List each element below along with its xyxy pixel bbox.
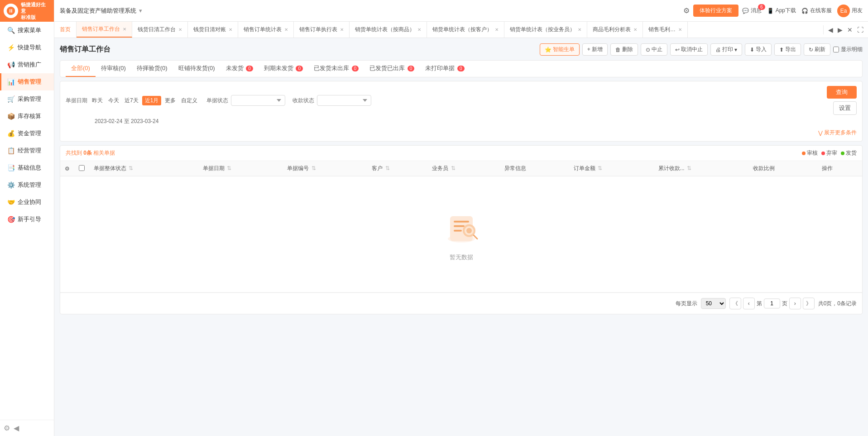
tab-nav-close[interactable]: ✕ (845, 25, 854, 34)
col-checkbox[interactable] (74, 161, 89, 176)
date-range-display: 2023-02-24 至 2023-03-24 (95, 118, 158, 125)
sidebar-item-guide[interactable]: 🎯 新手引导 (0, 211, 54, 228)
date-1month[interactable]: 近1月 (142, 96, 162, 105)
sort-icon-7[interactable]: ⇅ (687, 165, 691, 171)
guide-icon: 🎯 (7, 215, 15, 223)
message-action[interactable]: 💬 消息 6 (742, 7, 762, 14)
set-button[interactable]: 设置 (833, 101, 857, 115)
page-first-btn[interactable]: 《 (729, 298, 741, 309)
filter-tab-unshipped[interactable]: 未发货 0 (221, 61, 259, 77)
collapse-btn[interactable]: ◀ (14, 424, 19, 432)
tab-close-icon-4[interactable]: ✕ (284, 27, 288, 32)
tab-nav-next[interactable]: ▶ (836, 25, 844, 34)
expand-button[interactable]: ⋁ 展开更多条件 (818, 129, 857, 137)
tab-sales-stat[interactable]: 销售订单统计表 ✕ (238, 22, 294, 38)
tab-sales-customer[interactable]: 销货单统计表（按客户） ✕ (427, 22, 504, 38)
logo-text: 畅捷通好生意 标准版 (21, 1, 50, 21)
page-label: 第 (757, 300, 762, 308)
sidebar-item-purchase[interactable]: 🛒 采购管理 (0, 90, 54, 108)
filter-tab-pending-review[interactable]: 待审核(0) (96, 61, 131, 77)
col-settings[interactable]: ⚙ (60, 161, 74, 176)
filter-tab-shipped-not-out[interactable]: 已发货未出库 0 (308, 61, 364, 77)
tab-home[interactable]: 首页 (54, 22, 77, 38)
per-page-select[interactable]: 50 100 200 (701, 298, 726, 309)
tab-sales-staff[interactable]: 销货单统计表（按业务员） ✕ (504, 22, 587, 38)
date-custom[interactable]: 自定义 (179, 96, 199, 105)
sort-icon-0[interactable]: ⇅ (129, 165, 133, 171)
tab-close-icon-8[interactable]: ✕ (578, 27, 581, 32)
page-prev-btn[interactable]: ‹ (743, 298, 755, 309)
table-actions: 审核 弃审 发货 (802, 149, 857, 157)
display-detail-checkbox[interactable] (833, 47, 839, 52)
settings-icon[interactable]: ⚙ (683, 6, 690, 15)
sidebar-item-management[interactable]: 📋 经营管理 (0, 142, 54, 159)
tab-sales-workbench[interactable]: 销售订单工作台 ✕ (77, 22, 132, 38)
user-action[interactable]: Ea 用友 (837, 5, 863, 17)
import-button[interactable]: ⬇ 导入 (745, 43, 772, 56)
filter-tab-shipped-out[interactable]: 已发货已出库 0 (364, 61, 420, 77)
review-action[interactable]: 审核 (802, 149, 818, 157)
page-next-btn[interactable]: › (789, 298, 801, 309)
tab-nav-expand[interactable]: ⛶ (855, 25, 865, 34)
filter-tab-expired-ship[interactable]: 到期未发货 0 (259, 61, 308, 77)
tab-sales-product[interactable]: 销货单统计表（按商品） ✕ (350, 22, 427, 38)
cancel-review-action[interactable]: 弃审 (821, 149, 837, 157)
sort-icon-2[interactable]: ⇅ (312, 165, 316, 171)
tab-cash-clear[interactable]: 钱货日清工作台 ✕ (132, 22, 188, 38)
date-yesterday[interactable]: 昨天 (90, 96, 105, 105)
sort-icon-6[interactable]: ⇅ (598, 165, 602, 171)
solution-button[interactable]: 体验行业方案 (693, 5, 739, 17)
tab-close-icon-9[interactable]: ✕ (633, 27, 637, 32)
app-download-action[interactable]: 📱 App下载 (767, 7, 796, 14)
filter-tab-wangpu-ship[interactable]: 旺铺待发货(0) (173, 61, 221, 77)
sidebar-item-sales[interactable]: 📊 销售管理 (0, 73, 54, 90)
ship-action[interactable]: 发货 (841, 149, 857, 157)
page-last-btn[interactable]: 》 (803, 298, 815, 309)
select-all-checkbox[interactable] (79, 165, 85, 171)
sidebar-item-system[interactable]: ⚙️ 系统管理 (0, 176, 54, 194)
sidebar-item-quicknav[interactable]: ⚡ 快捷导航 (0, 39, 54, 56)
add-button[interactable]: + 新增 (582, 43, 608, 56)
sidebar: 畅捷通好生意 标准版 🔍 搜索菜单 ⚡ 快捷导航 📢 营销推广 📊 销售管理 🛒… (0, 0, 54, 436)
delete-button[interactable]: 🗑 删除 (610, 43, 638, 56)
tab-close-icon-6[interactable]: ✕ (417, 27, 421, 32)
sidebar-item-basic[interactable]: 📑 基础信息 (0, 159, 54, 176)
settings-bottom-btn[interactable]: ⚙ (4, 424, 10, 432)
online-service-action[interactable]: 🎧 在线客服 (801, 7, 832, 14)
sort-icon-3[interactable]: ⇅ (385, 165, 390, 171)
sidebar-item-finance[interactable]: 💰 资金管理 (0, 125, 54, 142)
filter-tab-unprinted[interactable]: 未打印单据 0 (420, 61, 470, 77)
export-button[interactable]: ⬆ 导出 (774, 43, 801, 56)
sidebar-item-inventory[interactable]: 📦 库存核算 (0, 108, 54, 125)
tab-close-icon[interactable]: ✕ (123, 27, 126, 32)
tab-close-icon-7[interactable]: ✕ (495, 27, 499, 32)
filter-tab-pending-verify[interactable]: 待择验货(0) (131, 61, 173, 77)
refresh-button[interactable]: ↻ 刷新 (804, 43, 830, 56)
payment-select[interactable] (317, 95, 371, 106)
tab-close-icon-3[interactable]: ✕ (229, 27, 232, 32)
filter-tab-all[interactable]: 全部(0) (66, 61, 96, 77)
status-select[interactable] (231, 95, 285, 106)
sidebar-item-enterprise[interactable]: 🤝 企业协同 (0, 194, 54, 211)
sidebar-item-search[interactable]: 🔍 搜索菜单 (0, 22, 54, 39)
date-more[interactable]: 更多 (163, 96, 177, 105)
tab-cash-reconcile[interactable]: 钱货日清对账 ✕ (188, 22, 238, 38)
tab-close-icon-2[interactable]: ✕ (178, 27, 182, 32)
cancel-stop-button[interactable]: ↩ 取消中止 (670, 43, 708, 56)
tab-nav-prev[interactable]: ◀ (826, 25, 835, 34)
smart-gen-button[interactable]: ⭐ 智能生单 (540, 43, 580, 56)
sidebar-item-marketing[interactable]: 📢 营销推广 (0, 56, 54, 73)
date-today[interactable]: 今天 (106, 96, 121, 105)
print-button[interactable]: 🖨 打印 ▾ (710, 43, 742, 56)
sort-icon-4[interactable]: ⇅ (451, 165, 456, 171)
tab-product-margin[interactable]: 商品毛利分析表 ✕ (587, 22, 643, 38)
query-button[interactable]: 查询 (827, 86, 857, 99)
page-input[interactable] (764, 299, 780, 308)
date-7days[interactable]: 近7天 (123, 96, 140, 105)
tab-sales-exec[interactable]: 销售订单执行表 ✕ (294, 22, 350, 38)
tab-close-icon-10[interactable]: ✕ (678, 27, 682, 32)
stop-button[interactable]: ⊙ 中止 (641, 43, 667, 56)
tab-sales-margin[interactable]: 销售毛利… ✕ (643, 22, 688, 38)
sort-icon-1[interactable]: ⇅ (227, 165, 231, 171)
tab-close-icon-5[interactable]: ✕ (340, 27, 344, 32)
